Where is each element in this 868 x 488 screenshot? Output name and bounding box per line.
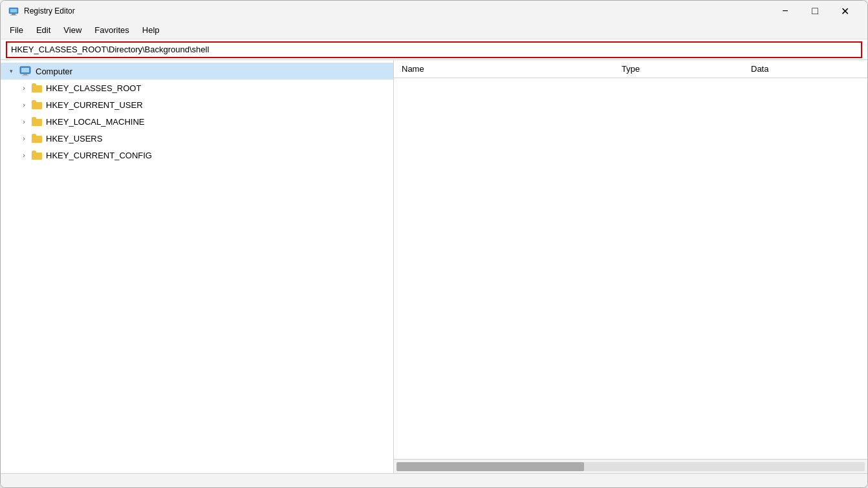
tree-pane[interactable]: Computer HKEY_CLASSES_ROOT HKEY_CURRENT_… — [1, 60, 394, 473]
menu-edit[interactable]: Edit — [30, 23, 57, 37]
tree-item-hkcr[interactable]: HKEY_CLASSES_ROOT — [1, 80, 393, 96]
menu-bar: File Edit View Favorites Help — [1, 21, 867, 39]
menu-view[interactable]: View — [57, 23, 88, 37]
menu-file[interactable]: File — [3, 23, 30, 37]
menu-favorites[interactable]: Favorites — [88, 23, 135, 37]
folder-hkcu-icon — [32, 100, 42, 109]
app-frame: Registry Editor − □ ✕ File Edit View Fav… — [0, 0, 868, 488]
svg-rect-7 — [22, 75, 28, 76]
computer-icon — [19, 65, 32, 77]
col-header-type[interactable]: Type — [614, 63, 743, 75]
scrollbar-track[interactable] — [396, 462, 865, 471]
computer-label: Computer — [34, 67, 72, 76]
expand-hklm-icon[interactable] — [19, 116, 29, 127]
expand-hkcr-icon[interactable] — [19, 83, 29, 93]
app-icon — [8, 6, 19, 16]
address-bar — [1, 39, 867, 60]
tree-item-hklm[interactable]: HKEY_LOCAL_MACHINE — [1, 113, 393, 130]
hkcu-label: HKEY_CURRENT_USER — [45, 100, 143, 110]
folder-hklm-icon — [32, 117, 42, 126]
maximize-button[interactable]: □ — [800, 1, 830, 21]
details-pane: Name Type Data — [394, 60, 867, 473]
col-header-data[interactable]: Data — [743, 63, 867, 75]
folder-hkcc-icon — [32, 151, 42, 160]
window-title: Registry Editor — [24, 6, 770, 16]
svg-rect-6 — [23, 74, 27, 75]
svg-rect-2 — [12, 14, 16, 15]
scrollbar-thumb[interactable] — [396, 462, 584, 471]
tree-item-hkcu[interactable]: HKEY_CURRENT_USER — [1, 96, 393, 113]
menu-help[interactable]: Help — [136, 23, 166, 37]
expand-computer-icon[interactable] — [6, 66, 16, 76]
col-header-name[interactable]: Name — [394, 63, 614, 75]
status-bar — [1, 473, 867, 487]
horizontal-scrollbar[interactable] — [394, 459, 867, 473]
svg-rect-3 — [10, 15, 17, 16]
tree-item-hkcc[interactable]: HKEY_CURRENT_CONFIG — [1, 147, 393, 164]
details-header: Name Type Data — [394, 60, 867, 78]
folder-hku-icon — [32, 134, 42, 143]
expand-hkcu-icon[interactable] — [19, 100, 29, 110]
tree-item-hku[interactable]: HKEY_USERS — [1, 130, 393, 147]
hku-label: HKEY_USERS — [45, 134, 102, 143]
hklm-label: HKEY_LOCAL_MACHINE — [45, 117, 144, 127]
hkcc-label: HKEY_CURRENT_CONFIG — [45, 151, 152, 160]
hkcr-label: HKEY_CLASSES_ROOT — [45, 83, 141, 93]
expand-hkcc-icon[interactable] — [19, 150, 29, 160]
folder-hkcr-icon — [32, 83, 42, 92]
svg-rect-1 — [10, 9, 17, 12]
main-content: Computer HKEY_CLASSES_ROOT HKEY_CURRENT_… — [1, 60, 867, 473]
close-button[interactable]: ✕ — [830, 1, 860, 21]
svg-rect-5 — [21, 68, 29, 72]
minimize-button[interactable]: − — [770, 1, 800, 21]
address-input[interactable] — [6, 41, 862, 58]
expand-hku-icon[interactable] — [19, 133, 29, 143]
tree-item-computer[interactable]: Computer — [1, 63, 393, 80]
window-controls: − □ ✕ — [770, 1, 860, 21]
title-bar: Registry Editor − □ ✕ — [1, 1, 867, 21]
